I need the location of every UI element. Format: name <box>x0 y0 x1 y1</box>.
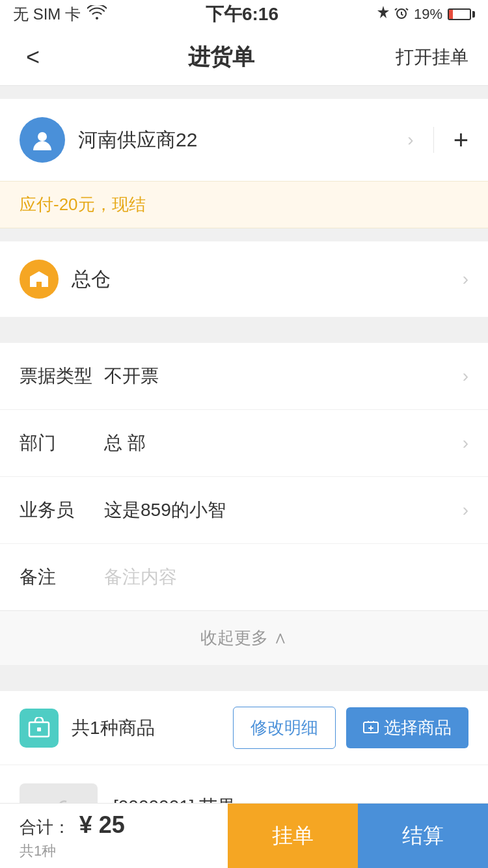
product-count-label: 共1种商品 <box>72 716 233 740</box>
supplier-name: 河南供应商22 <box>78 127 407 154</box>
page-title: 进货单 <box>188 42 254 72</box>
status-left: 无 SIM 卡 <box>13 4 107 25</box>
department-row[interactable]: 部门 总 部 › <box>0 410 488 477</box>
supplier-chevron-icon: › <box>407 129 413 150</box>
supplier-divider <box>433 127 434 153</box>
battery-icon <box>448 8 475 20</box>
salesperson-row[interactable]: 业务员 这是859的小智 › <box>0 477 488 544</box>
supplier-section: 河南供应商22 › + 应付-20元，现结 <box>0 99 488 228</box>
notice-text: 应付-20元，现结 <box>20 195 146 214</box>
supplier-avatar <box>20 117 65 163</box>
open-hang-button[interactable]: 打开挂单 <box>396 45 468 70</box>
notice-bar: 应付-20元，现结 <box>0 181 488 228</box>
carrier-text: 无 SIM 卡 <box>13 4 81 25</box>
edit-detail-button[interactable]: 修改明细 <box>233 707 336 749</box>
remark-placeholder: 备注内容 <box>98 565 468 590</box>
warehouse-chevron-icon: › <box>463 269 468 290</box>
svg-rect-4 <box>37 727 41 731</box>
section-divider-2 <box>0 228 488 241</box>
salesperson-label: 业务员 <box>20 498 98 522</box>
settle-button[interactable]: 结算 <box>358 804 488 868</box>
add-supplier-button[interactable]: + <box>454 126 468 155</box>
svg-rect-2 <box>36 282 42 287</box>
section-divider-3 <box>0 317 488 330</box>
product-header: 共1种商品 修改明细 选择商品 <box>0 691 488 765</box>
invoice-type-row[interactable]: 票据类型 不开票 › <box>0 343 488 410</box>
warehouse-section[interactable]: 总仓 › <box>0 241 488 317</box>
nav-bar: < 进货单 打开挂单 <box>0 29 488 86</box>
bottom-bar: 合计： ¥ 25 共1种 挂单 结算 <box>0 803 488 868</box>
section-divider-4 <box>0 665 488 678</box>
supplier-row[interactable]: 河南供应商22 › + <box>0 99 488 181</box>
total-label: 合计： <box>20 817 70 837</box>
warehouse-name: 总仓 <box>72 266 463 293</box>
battery-percent: 19% <box>414 6 442 23</box>
status-time: 下午6:16 <box>206 2 278 27</box>
back-button[interactable]: < <box>20 37 46 77</box>
invoice-type-label: 票据类型 <box>20 364 98 388</box>
department-label: 部门 <box>20 431 98 455</box>
department-chevron-icon: › <box>463 433 468 454</box>
remark-label: 备注 <box>20 565 98 590</box>
section-divider-1 <box>0 86 488 99</box>
product-section-icon <box>20 709 59 748</box>
department-value: 总 部 <box>98 431 463 455</box>
warehouse-row[interactable]: 总仓 › <box>0 241 488 317</box>
gps-icon <box>377 6 389 23</box>
hang-button[interactable]: 挂单 <box>228 804 358 868</box>
collapse-bar[interactable]: 收起更多 ∧ <box>0 610 488 665</box>
wifi-icon <box>87 5 107 23</box>
salesperson-value: 这是859的小智 <box>98 498 463 522</box>
salesperson-chevron-icon: › <box>463 500 468 521</box>
form-section: 票据类型 不开票 › 部门 总 部 › 业务员 这是859的小智 › 备注 备注… <box>0 343 488 610</box>
total-amount: ¥ 25 <box>79 811 125 838</box>
remark-row[interactable]: 备注 备注内容 <box>0 544 488 610</box>
collapse-label: 收起更多 ∧ <box>200 628 287 647</box>
select-product-button[interactable]: 选择商品 <box>346 707 468 748</box>
status-bar: 无 SIM 卡 下午6:16 19% <box>0 0 488 29</box>
total-count: 共1种 <box>20 841 208 861</box>
warehouse-icon <box>20 260 59 299</box>
total-area: 合计： ¥ 25 共1种 <box>0 811 228 861</box>
alarm-icon <box>394 5 409 23</box>
invoice-type-chevron-icon: › <box>463 366 468 387</box>
svg-point-1 <box>38 132 47 141</box>
status-right: 19% <box>377 5 475 23</box>
invoice-type-value: 不开票 <box>98 364 463 388</box>
select-product-label: 选择商品 <box>384 716 452 739</box>
